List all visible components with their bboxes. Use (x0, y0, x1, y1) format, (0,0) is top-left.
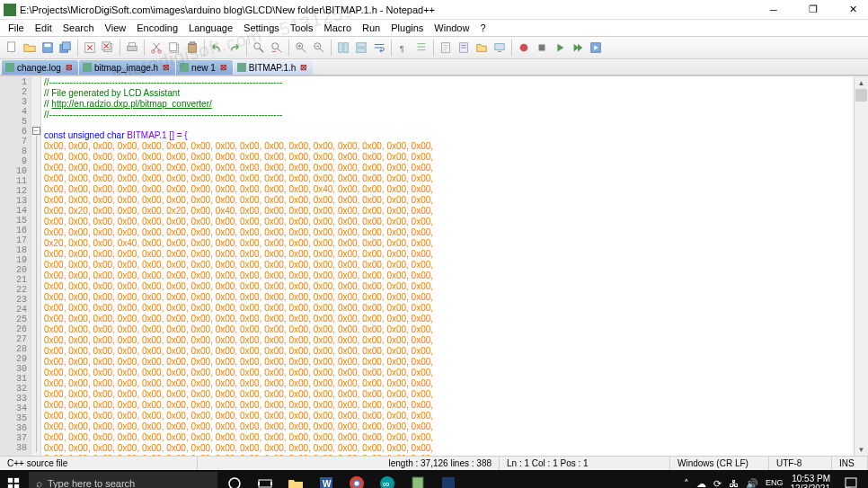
tray-updates-icon[interactable]: ⟳ (713, 478, 722, 489)
record-macro-icon[interactable] (516, 40, 532, 56)
tray-cloud-icon[interactable]: ☁ (696, 478, 706, 489)
taskbar-app-arduino[interactable]: ∞ (372, 470, 403, 488)
close-file-icon[interactable] (82, 40, 98, 56)
minimize-button[interactable]: ─ (762, 2, 785, 18)
close-button[interactable]: ✕ (841, 2, 864, 18)
window-title: E:\Projects\MicroDigiSoft.com\images\ard… (20, 4, 435, 15)
save-all-icon[interactable] (58, 40, 74, 56)
play-multiple-icon[interactable] (570, 40, 586, 56)
status-insert-mode[interactable]: INS (832, 457, 868, 470)
tab-close-icon[interactable]: ⊠ (300, 63, 307, 72)
monitor-icon[interactable] (492, 40, 508, 56)
menu-window[interactable]: Window (430, 22, 474, 33)
menu-run[interactable]: Run (358, 22, 385, 33)
taskbar-app-word[interactable]: W (311, 470, 341, 488)
paste-icon[interactable] (184, 40, 200, 56)
play-macro-icon[interactable] (552, 40, 568, 56)
svg-rect-37 (258, 482, 260, 485)
vertical-scrollbar[interactable]: ▲ ▼ (854, 76, 868, 456)
start-button[interactable] (0, 470, 27, 488)
scrollbar-thumb[interactable] (855, 89, 867, 102)
folder-workspace-icon[interactable] (474, 40, 490, 56)
svg-point-28 (520, 44, 528, 52)
svg-rect-46 (412, 477, 423, 488)
function-list-icon[interactable] (456, 40, 472, 56)
status-language: C++ source file (0, 457, 198, 470)
scroll-up-icon[interactable]: ▲ (855, 76, 868, 89)
svg-rect-21 (344, 43, 348, 53)
zoom-out-icon[interactable] (311, 40, 327, 56)
file-icon (180, 63, 189, 72)
tray-chevron-icon[interactable]: ˄ (684, 478, 689, 489)
svg-point-35 (229, 478, 240, 488)
task-view-icon[interactable] (250, 470, 280, 488)
taskbar-search[interactable]: ⌕ Type here to search (29, 472, 217, 488)
copy-icon[interactable] (166, 40, 182, 56)
tab-close-icon[interactable]: ⊠ (66, 63, 73, 72)
maximize-button[interactable]: ❐ (802, 2, 825, 18)
tab-new-1[interactable]: new 1⊠ (176, 60, 233, 75)
toolbar-separator (77, 40, 78, 56)
menu-language[interactable]: Language (184, 22, 237, 33)
toolbar: ¶ (0, 36, 868, 59)
save-macro-icon[interactable] (588, 40, 604, 56)
svg-rect-15 (190, 42, 194, 45)
new-icon[interactable] (4, 40, 20, 56)
find-icon[interactable] (251, 40, 267, 56)
tray-volume-icon[interactable]: 🔊 (746, 478, 758, 489)
taskbar-app-chrome[interactable] (341, 470, 372, 488)
redo-icon[interactable] (226, 40, 243, 56)
menu-edit[interactable]: Edit (31, 22, 57, 33)
sync-v-icon[interactable] (335, 40, 351, 56)
open-icon[interactable] (22, 40, 38, 56)
undo-icon[interactable] (208, 40, 225, 56)
tray-network-icon[interactable]: 🖧 (729, 478, 739, 489)
menu-macro[interactable]: Macro (319, 22, 356, 33)
tab-close-icon[interactable]: ⊠ (163, 63, 170, 72)
indent-guide-icon[interactable] (413, 40, 430, 56)
status-bar: C++ source file length : 37,126 lines : … (0, 456, 868, 470)
tab-label: bitmap_image.h (94, 63, 158, 73)
cortana-icon[interactable] (219, 470, 250, 488)
notification-icon[interactable] (837, 470, 864, 488)
scroll-down-icon[interactable]: ▼ (855, 443, 868, 456)
replace-icon[interactable] (269, 40, 285, 56)
menu-[interactable]: ? (475, 22, 490, 33)
sync-h-icon[interactable] (353, 40, 369, 56)
tab-close-icon[interactable]: ⊠ (220, 63, 227, 72)
svg-rect-22 (357, 43, 367, 47)
taskbar-app-explorer[interactable] (280, 470, 311, 488)
save-icon[interactable] (40, 40, 56, 56)
menu-settings[interactable]: Settings (239, 22, 284, 33)
line-number-gutter: 1234567891011121314151617181920212223242… (0, 76, 31, 456)
cut-icon[interactable] (148, 40, 164, 56)
taskbar-time: 10:53 PM (791, 474, 831, 484)
menu-file[interactable]: File (4, 22, 29, 33)
word-wrap-icon[interactable] (371, 40, 387, 56)
toolbar-separator (391, 40, 392, 56)
tab-change-log[interactable]: change.log⊠ (2, 60, 78, 75)
tray-language-icon[interactable]: ENG (766, 478, 784, 489)
show-all-chars-icon[interactable]: ¶ (395, 40, 412, 56)
menu-view[interactable]: View (101, 22, 131, 33)
menu-encoding[interactable]: Encoding (132, 22, 182, 33)
zoom-in-icon[interactable] (293, 40, 309, 56)
status-eol[interactable]: Windows (CR LF) (670, 457, 769, 470)
code-area[interactable]: //--------------------------------------… (41, 76, 854, 456)
title-bar: E:\Projects\MicroDigiSoft.com\images\ard… (0, 0, 868, 20)
tab-bitmap-1-h[interactable]: BITMAP.1.h⊠ (234, 60, 314, 75)
stop-macro-icon[interactable] (534, 40, 550, 56)
menu-search[interactable]: Search (58, 22, 99, 33)
svg-rect-0 (8, 42, 15, 52)
tab-bitmap_image-h[interactable]: bitmap_image.h⊠ (79, 60, 175, 75)
menu-plugins[interactable]: Plugins (386, 22, 428, 33)
toolbar-separator (331, 40, 332, 56)
menu-tools[interactable]: Tools (286, 22, 318, 33)
taskbar-app-notepadpp[interactable] (403, 470, 433, 488)
taskbar-clock[interactable]: 10:53 PM 12/3/2021 (791, 474, 831, 488)
close-all-icon[interactable] (100, 40, 116, 56)
print-icon[interactable] (124, 40, 140, 56)
taskbar-app-proteus[interactable] (433, 470, 464, 488)
doc-map-icon[interactable] (438, 40, 454, 56)
status-encoding[interactable]: UTF-8 (769, 457, 832, 470)
